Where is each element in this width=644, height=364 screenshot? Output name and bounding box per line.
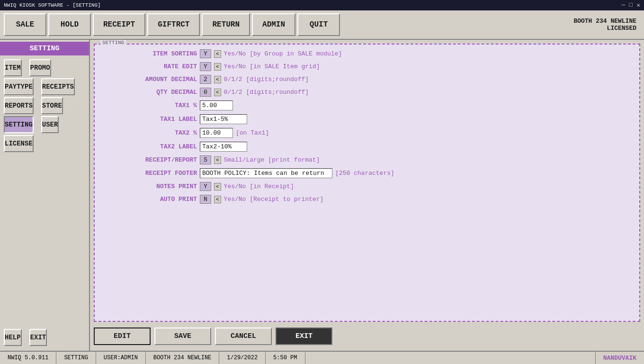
setting-desc-2: 0/1/2 [digits;roundoff] [224, 76, 309, 83]
status-time: 5:50 PM [266, 352, 305, 364]
setting-label-7: TAX2 LABEL [102, 143, 197, 150]
minimize-icon[interactable]: — [622, 1, 626, 9]
status-version: NWIQ 5.0.911 [0, 352, 56, 364]
setting-row-0: ITEM SORTINGY<Yes/No [by Group in SALE m… [102, 49, 632, 58]
setting-row-11: AUTO PRINTN<Yes/No [Receipt to printer] [102, 195, 632, 204]
setting-desc-11: Yes/No [Receipt to printer] [224, 196, 324, 203]
action-bar: EDITSAVECANCELEXIT [94, 322, 640, 347]
setting-row-1: RATE EDITY<Yes/No [in SALE Item grid] [102, 62, 632, 71]
setting-row-5: TAX1 LABEL [102, 114, 632, 124]
content-area: SETTING ITEM SORTINGY<Yes/No [by Group i… [90, 40, 644, 351]
sidebar-btn-user[interactable]: USER [41, 116, 59, 133]
topnav: SALEHOLDRECEIPTGIFTRCTRETURNADMINQUIT BO… [0, 10, 644, 40]
setting-desc-6: [on Tax1] [236, 129, 269, 136]
setting-desc-9: [250 characters] [335, 170, 394, 177]
setting-label-11: AUTO PRINT [102, 196, 197, 203]
setting-arrow-8[interactable]: < [214, 156, 221, 164]
setting-value-1: Y [200, 62, 211, 71]
close-icon[interactable]: ✕ [636, 1, 640, 9]
setting-input-6[interactable] [200, 128, 233, 138]
setting-value-10: Y [200, 182, 211, 191]
setting-desc-3: 0/1/2 [digits;roundoff] [224, 89, 309, 96]
setting-arrow-11[interactable]: < [214, 196, 221, 203]
setting-label-0: ITEM SORTING [102, 50, 197, 57]
sidebar-btn-exit[interactable]: EXIT [29, 329, 47, 346]
sidebar-btn-promo[interactable]: PROMO [29, 59, 51, 76]
setting-row-8: RECEIPT/REPORTS<Small/Large [print forma… [102, 155, 632, 164]
setting-desc-10: Yes/No [in Receipt] [224, 183, 294, 190]
setting-input-7[interactable] [200, 142, 247, 152]
setting-input-5[interactable] [200, 114, 247, 124]
license-status: LICENSED [573, 25, 636, 32]
settings-rows: ITEM SORTINGY<Yes/No [by Group in SALE m… [102, 49, 632, 204]
topnav-btn-admin[interactable]: ADMIN [252, 13, 295, 36]
setting-desc-8: Small/Large [print format] [224, 156, 320, 164]
setting-label-6: TAX2 % [102, 129, 197, 136]
sidebar-bottom: HELPEXIT [0, 328, 89, 347]
sidebar-btn-setting[interactable]: SETTING [4, 116, 34, 133]
setting-input-4[interactable] [200, 100, 233, 110]
setting-row-6: TAX2 %[on Tax1] [102, 128, 632, 138]
setting-row-10: NOTES PRINTY<Yes/No [in Receipt] [102, 182, 632, 191]
status-date: 1/29/2022 [219, 352, 266, 364]
setting-value-11: N [200, 195, 211, 204]
setting-label-10: NOTES PRINT [102, 183, 197, 190]
setting-row-4: TAX1 % [102, 100, 632, 110]
main-area: SETTING ITEMPROMOPAYTYPERECEIPTSREPORTSS… [0, 40, 644, 351]
setting-row-3: QTY DECIMAL0<0/1/2 [digits;roundoff] [102, 88, 632, 97]
setting-label-9: RECEIPT FOOTER [102, 170, 197, 177]
maximize-icon[interactable]: □ [629, 1, 633, 9]
sidebar-btn-license[interactable]: LICENSE [4, 135, 34, 152]
sidebar-btn-reports[interactable]: REPORTS [4, 97, 34, 114]
setting-value-2: 2 [200, 75, 211, 84]
topnav-btn-hold[interactable]: HOLD [48, 13, 91, 36]
status-user: USER:ADMIN [96, 352, 146, 364]
sidebar-btn-item[interactable]: ITEM [4, 59, 22, 76]
action-btn-exit[interactable]: EXIT [276, 328, 332, 345]
titlebar-title: NWIQ KIOSK SOFTWARE - [SETTING] [4, 2, 101, 8]
setting-arrow-3[interactable]: < [214, 89, 221, 96]
setting-arrow-0[interactable]: < [214, 50, 221, 58]
setting-value-0: Y [200, 49, 211, 58]
sidebar: SETTING ITEMPROMOPAYTYPERECEIPTSREPORTSS… [0, 40, 90, 351]
setting-panel: SETTING ITEM SORTINGY<Yes/No [by Group i… [94, 44, 640, 322]
setting-label-5: TAX1 LABEL [102, 116, 197, 123]
action-btn-edit[interactable]: EDIT [94, 328, 151, 345]
setting-label-2: AMOUNT DECIMAL [102, 76, 197, 83]
setting-arrow-2[interactable]: < [214, 76, 221, 83]
status-section: SETTING [56, 352, 96, 364]
setting-value-8: S [200, 155, 211, 164]
setting-arrow-10[interactable]: < [214, 183, 221, 191]
topnav-btn-sale[interactable]: SALE [4, 13, 46, 36]
setting-row-7: TAX2 LABEL [102, 142, 632, 152]
action-btn-cancel[interactable]: CANCEL [215, 328, 272, 345]
sidebar-btn-store[interactable]: STORE [41, 97, 63, 114]
setting-row-9: RECEIPT FOOTER[250 characters] [102, 168, 632, 178]
topnav-btn-receipt[interactable]: RECEIPT [93, 13, 145, 36]
setting-label-4: TAX1 % [102, 102, 197, 109]
setting-panel-label: SETTING [100, 40, 126, 46]
sidebar-btn-help[interactable]: HELP [4, 329, 22, 346]
booth-info: BOOTH 234 NEWLINE [573, 18, 636, 25]
setting-row-2: AMOUNT DECIMAL2<0/1/2 [digits;roundoff] [102, 75, 632, 84]
sidebar-btn-receipts[interactable]: RECEIPTS [41, 78, 75, 95]
statusbar: NWIQ 5.0.911 SETTING USER:ADMIN BOOTH 23… [0, 351, 644, 364]
topnav-btn-return[interactable]: RETURN [202, 13, 250, 36]
sidebar-items: ITEMPROMOPAYTYPERECEIPTSREPORTSSTORESETT… [0, 58, 89, 153]
action-btn-save[interactable]: SAVE [154, 328, 211, 345]
setting-input-9[interactable] [200, 168, 332, 178]
titlebar-controls[interactable]: — □ ✕ [622, 1, 640, 9]
topnav-btn-giftrct[interactable]: GIFTRCT [147, 13, 200, 36]
setting-arrow-1[interactable]: < [214, 63, 221, 71]
topnav-buttons: SALEHOLDRECEIPTGIFTRCTRETURNADMINQUIT [4, 13, 340, 36]
setting-desc-1: Yes/No [in SALE Item grid] [224, 63, 320, 70]
status-booth: BOOTH 234 NEWLINE [146, 352, 219, 364]
topnav-info: BOOTH 234 NEWLINE LICENSED [573, 13, 640, 36]
sidebar-btn-paytype[interactable]: PAYTYPE [4, 78, 34, 95]
setting-label-8: RECEIPT/REPORT [102, 156, 197, 164]
setting-label-3: QTY DECIMAL [102, 89, 197, 96]
setting-value-3: 0 [200, 88, 211, 97]
setting-label-1: RATE EDIT [102, 63, 197, 70]
topnav-btn-quit[interactable]: QUIT [297, 13, 340, 36]
sidebar-header: SETTING [0, 42, 89, 55]
